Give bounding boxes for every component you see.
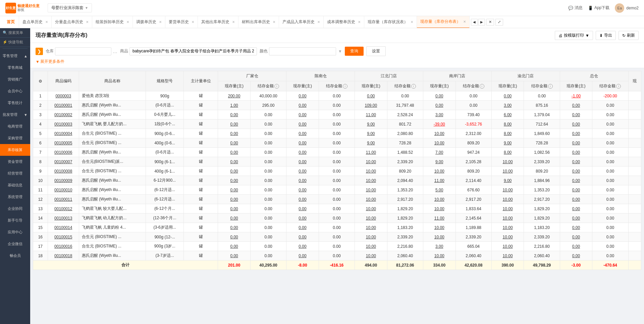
industry-selector[interactable]: 母婴行业演示陈套 ▼	[48, 3, 92, 12]
sidebar-item-system[interactable]: 系统管理	[0, 191, 30, 203]
table-cell[interactable]: 0.00	[319, 167, 355, 176]
table-cell[interactable]: 00100015	[48, 232, 79, 242]
sidebar-item-collab[interactable]: 企业协同	[0, 203, 30, 215]
table-cell[interactable]: 0.00	[592, 157, 628, 167]
table-cell[interactable]: 6-12月900...	[146, 176, 183, 185]
table-cell[interactable]: 2,060.40	[524, 251, 560, 261]
table-cell[interactable]: 00100003	[48, 120, 79, 129]
table-cell[interactable]: 1,829.20	[524, 214, 560, 223]
table-cell[interactable]	[628, 120, 641, 129]
table-cell[interactable]: 0.00	[319, 214, 355, 223]
table-cell[interactable]: 1,082.56	[524, 148, 560, 157]
table-cell[interactable]: 2,917.20	[455, 195, 491, 204]
table-cell[interactable]	[628, 101, 641, 110]
table-cell[interactable]: 0000003	[48, 91, 79, 101]
table-cell[interactable]: 10.00	[423, 129, 455, 138]
message-btn[interactable]: 💬 消息	[568, 5, 583, 11]
table-cell[interactable]: 665.04	[455, 242, 491, 251]
table-cell[interactable]: 00100005	[48, 138, 79, 148]
table-cell[interactable]: 10.00	[491, 232, 524, 242]
table-cell[interactable]	[628, 91, 641, 101]
table-cell[interactable]: 809.20	[387, 167, 423, 176]
table-cell[interactable]: 0.00	[286, 91, 319, 101]
table-cell[interactable]: 0.00	[592, 204, 628, 214]
table-cell[interactable]: -3,652.76	[455, 120, 491, 129]
table-cell[interactable]: 10.00	[423, 138, 455, 148]
table-cell[interactable]: 2,145.64	[455, 214, 491, 223]
col-settings[interactable]: ⚙	[33, 71, 48, 91]
table-cell[interactable]: 合生元 (BIOSTIME) ...	[79, 242, 146, 251]
table-cell[interactable]: (0-6月适...	[146, 101, 183, 110]
table-cell[interactable]: (3-7岁适...	[146, 251, 183, 261]
table-cell[interactable]	[628, 167, 641, 176]
table-cell[interactable]: 875.16	[524, 101, 560, 110]
table-cell[interactable]: 0.00	[592, 195, 628, 204]
table-cell[interactable]: 0.00	[250, 242, 286, 251]
settings-btn[interactable]: 设置	[366, 46, 386, 56]
table-cell[interactable]: 2,917.20	[524, 195, 560, 204]
table-cell[interactable]: 2,339.20	[455, 232, 491, 242]
table-cell[interactable]: 676.60	[455, 185, 491, 195]
table-cell[interactable]: 0.00	[319, 251, 355, 261]
nav-prev-icon[interactable]: ◀	[471, 19, 478, 26]
table-cell[interactable]: 1,353.20	[524, 185, 560, 195]
table-cell[interactable]: 0.00	[560, 242, 592, 251]
table-cell[interactable]: 0.00	[524, 91, 560, 101]
table-cell[interactable]: 0.00	[286, 232, 319, 242]
tab-split-inventory[interactable]: 分量盘点单历史 ✕	[52, 16, 92, 28]
table-cell[interactable]	[628, 185, 641, 195]
sidebar-item-member2[interactable]: 畅会员	[0, 250, 30, 262]
table-cell[interactable]: 0.00	[250, 157, 286, 167]
table-cell[interactable]: 0.00	[250, 120, 286, 129]
table-cell[interactable]: 0.00	[250, 214, 286, 223]
table-cell[interactable]: 10.00	[423, 195, 455, 204]
table-cell[interactable]: 0.00	[286, 120, 319, 129]
close-icon[interactable]: ✕	[192, 20, 194, 24]
table-cell[interactable]: 00100011	[48, 195, 79, 204]
tab-cost-adjust[interactable]: 成本调整单历史 ✕	[324, 16, 364, 28]
sidebar-search[interactable]: 🔍 搜索英单	[0, 28, 30, 38]
table-cell[interactable]: 0.00	[218, 176, 251, 185]
table-cell[interactable]: 0.00	[592, 242, 628, 251]
sidebar-item-retail[interactable]: 零售管理▲	[0, 50, 30, 62]
table-cell[interactable]: 0.00	[218, 232, 251, 242]
table-cell[interactable]: 00100010	[48, 185, 79, 195]
table-cell[interactable]: 10.00	[355, 185, 387, 195]
table-cell[interactable]: 0.00	[319, 185, 355, 195]
table-cell[interactable]: 罐	[184, 242, 218, 251]
table-cell[interactable]: 罐	[184, 167, 218, 176]
table-cell[interactable]: 9.00	[491, 138, 524, 148]
table-cell[interactable]: 8.00	[491, 129, 524, 138]
table-cell[interactable]: 3.00	[423, 242, 455, 251]
table-cell[interactable]: 0.00	[286, 251, 319, 261]
table-cell[interactable]: 2,528.24	[387, 110, 423, 120]
table-cell[interactable]: 900g (0-6...	[146, 129, 183, 138]
sidebar-item-finance[interactable]: 资金管理	[0, 156, 30, 168]
table-cell[interactable]: 0.00	[560, 157, 592, 167]
close-icon[interactable]: ✕	[411, 20, 413, 24]
sidebar-item-retail-mall[interactable]: 零售商城	[0, 62, 30, 74]
table-cell[interactable]: 惠氏启醒 (Wyeth illu...	[79, 110, 146, 120]
tab-requisition[interactable]: 要货单历史 ✕	[165, 16, 198, 28]
print-btn[interactable]: 🖨 按模版打印 ▼	[555, 31, 593, 40]
table-cell[interactable]	[628, 214, 641, 223]
table-cell[interactable]: 0.00	[592, 120, 628, 129]
table-cell[interactable]: 00100016	[48, 242, 79, 251]
table-cell[interactable]: 0.00	[592, 214, 628, 223]
table-cell[interactable]: 0.00	[286, 110, 319, 120]
table-cell[interactable]: 爱他美 虑茨3段	[79, 91, 146, 101]
app-download-btn[interactable]: 📱 App下载	[588, 5, 609, 11]
table-cell[interactable]: 0.00	[319, 129, 355, 138]
table-cell[interactable]: 合生元(BIOSTIME)派...	[79, 157, 146, 167]
table-cell[interactable]: 2,060.40	[455, 251, 491, 261]
table-cell[interactable]: 0.00	[286, 157, 319, 167]
table-cell[interactable]: 0.00	[560, 223, 592, 232]
table-cell[interactable]: 0.00	[319, 120, 355, 129]
table-cell[interactable]: 900g (3岁...	[146, 242, 183, 251]
table-cell[interactable]: 0.00	[286, 101, 319, 110]
sidebar-item-marketing[interactable]: 营销推广	[0, 74, 30, 85]
close-icon[interactable]: ✕	[86, 20, 89, 24]
table-cell[interactable]: 1,884.96	[524, 176, 560, 185]
table-cell[interactable]: 0.00	[560, 214, 592, 223]
sidebar-item-apps[interactable]: 应用中心	[0, 226, 30, 238]
